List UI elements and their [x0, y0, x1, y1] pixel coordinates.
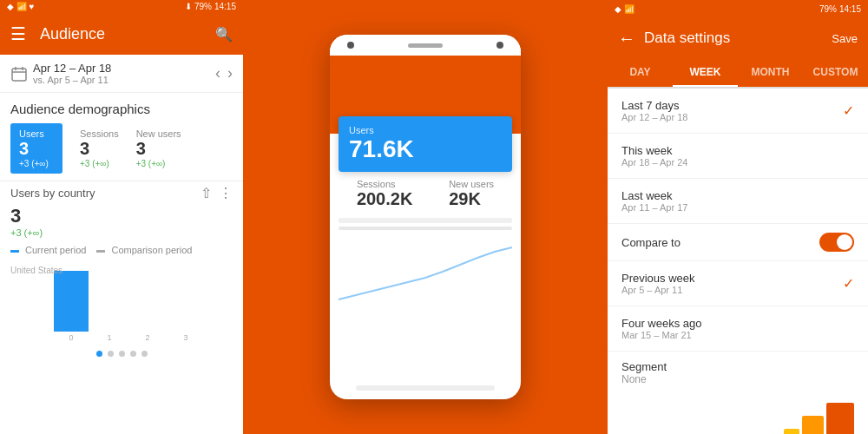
bar-united-states: [54, 271, 89, 332]
settings-item-lastweek[interactable]: Last week Apr 11 – Apr 17: [608, 179, 868, 224]
country-title: Users by country: [10, 187, 95, 200]
thisweek-title: This week: [621, 144, 687, 157]
settings-item-fourweeks[interactable]: Four weeks ago Mar 15 – Mar 21: [608, 306, 868, 352]
prev-date-button[interactable]: ‹: [215, 64, 220, 82]
thisweek-sub: Apr 18 – Apr 24: [621, 157, 687, 168]
date-range-sub: vs. Apr 5 – Apr 11: [33, 75, 111, 85]
phone-divider-2: [339, 227, 512, 230]
settings-item-prevweek[interactable]: Previous week Apr 5 – Apr 11 ✓: [608, 261, 868, 306]
save-button[interactable]: Save: [832, 32, 858, 45]
users-value: 3: [19, 139, 54, 159]
compare-toggle[interactable]: [819, 233, 854, 252]
new-users-value: 3: [136, 139, 181, 159]
x-label-1: 0: [54, 333, 89, 342]
bar-logo: [784, 403, 854, 434]
settings-item-last7-info: Last 7 days Apr 12 – Apr 18: [621, 99, 687, 122]
panel-center: Users 71.6K Sessions 200.2K New users 29…: [243, 0, 608, 434]
prevweek-check: ✓: [843, 275, 854, 292]
phone-divider-1: [339, 218, 512, 223]
phone-metrics-block: Users 71.6K: [339, 116, 512, 172]
hamburger-icon[interactable]: ☰: [10, 23, 26, 44]
dot-2[interactable]: [108, 351, 114, 357]
compare-to-row: Compare to: [608, 224, 868, 261]
prevweek-sub: Apr 5 – Apr 11: [621, 285, 695, 295]
more-icon[interactable]: ⋮: [219, 185, 233, 201]
bluetooth-icon: ⬇: [185, 2, 192, 11]
fourweeks-title: Four weeks ago: [621, 317, 702, 330]
metric-sessions[interactable]: Sessions 3 +3 (+∞): [71, 123, 128, 174]
settings-item-thisweek[interactable]: This week Apr 18 – Apr 24: [608, 134, 868, 179]
phone-camera: [347, 42, 354, 49]
sessions-label: Sessions: [80, 128, 119, 139]
settings-item-last7[interactable]: Last 7 days Apr 12 – Apr 18 ✓: [608, 89, 868, 134]
analytics-logo: [608, 394, 868, 434]
legend-current: Current period: [10, 245, 86, 255]
sessions-value: 3: [80, 139, 119, 159]
tab-month[interactable]: MONTH: [738, 59, 803, 87]
chart-wrapper: United States 0 1 2 3: [0, 259, 243, 345]
dot-5[interactable]: [141, 351, 148, 357]
status-bar-panel1: ◆ 📶 ♥ ⬇ 79% 14:15: [0, 0, 243, 13]
battery-text: 79%: [194, 2, 212, 11]
date-range-main: Apr 12 – Apr 18: [33, 62, 111, 75]
panel-data-settings: ◆ 📶 79% 14:15 ← Data settings Save DAY W…: [608, 0, 868, 434]
current-period-label: Current period: [25, 245, 86, 255]
back-button[interactable]: ←: [618, 29, 635, 49]
phone-sessions-value: 200.2K: [357, 189, 413, 209]
country-header: Users by country ⇧ ⋮: [0, 181, 243, 205]
metrics-row: Users 3 +3 (+∞) Sessions 3 +3 (+∞) New u…: [0, 120, 243, 181]
segment-label: Segment: [621, 360, 854, 373]
section-title: Audience demographics: [0, 93, 243, 120]
settings-item-prevweek-info: Previous week Apr 5 – Apr 11: [621, 272, 695, 295]
sessions-change: +3 (+∞): [80, 159, 119, 168]
dot-1[interactable]: [96, 351, 102, 357]
dot-4[interactable]: [130, 351, 136, 357]
new-users-label: New users: [136, 128, 181, 139]
users-change: +3 (+∞): [19, 159, 54, 168]
metric-users[interactable]: Users 3 +3 (+∞): [10, 123, 62, 174]
date-row: Apr 12 – Apr 18 vs. Apr 5 – Apr 11 ‹ ›: [0, 55, 243, 93]
panel-audience: ◆ 📶 ♥ ⬇ 79% 14:15 ☰ Audience 🔍 Apr 12 – …: [0, 0, 243, 434]
legend-row: Current period Comparison period: [0, 241, 243, 259]
share-icon[interactable]: ⇧: [201, 185, 212, 201]
phone-sessions: Sessions 200.2K: [357, 179, 413, 209]
panel1-header: ☰ Audience 🔍: [0, 13, 243, 55]
phone-new-users: New users 29K: [449, 179, 494, 209]
phone-sessions-label: Sessions: [357, 179, 413, 189]
status-left-p3: ◆ 📶: [615, 4, 635, 14]
lastweek-title: Last week: [621, 189, 687, 202]
phone-users-label: Users: [349, 125, 502, 135]
next-date-button[interactable]: ›: [227, 64, 233, 82]
phone-other-metrics: Sessions 200.2K New users 29K: [330, 172, 521, 216]
date-nav[interactable]: ‹ ›: [215, 64, 233, 82]
country-icons: ⇧ ⋮: [201, 185, 233, 201]
p3-header: ← Data settings Save: [608, 17, 868, 59]
battery-p3: 79%: [819, 4, 837, 14]
prevweek-title: Previous week: [621, 272, 695, 285]
last7-sub: Apr 12 – Apr 18: [621, 112, 687, 122]
country-value: 3: [0, 205, 243, 227]
logo-bar-small: [784, 429, 799, 434]
new-users-change: +3 (+∞): [136, 159, 181, 168]
search-icon-p1[interactable]: 🔍: [215, 26, 233, 43]
phone-users-value: 71.6K: [349, 135, 502, 163]
tab-custom[interactable]: CUSTOM: [803, 59, 868, 87]
segment-value: None: [621, 373, 854, 385]
metric-new-users[interactable]: New users 3 +3 (+∞): [128, 123, 190, 174]
tab-day[interactable]: DAY: [608, 59, 673, 87]
phone-camera-2: [496, 42, 503, 49]
comparison-period-label: Comparison period: [111, 245, 192, 255]
status-bar-panel3: ◆ 📶 79% 14:15: [608, 0, 868, 17]
fourweeks-sub: Mar 15 – Mar 21: [621, 330, 702, 340]
legend-comparison: Comparison period: [96, 245, 192, 255]
x-labels: 0 1 2 3: [10, 333, 233, 342]
country-change: +3 (+∞): [0, 227, 243, 241]
tab-week[interactable]: WEEK: [673, 59, 738, 87]
dot-3[interactable]: [119, 351, 125, 357]
settings-item-thisweek-info: This week Apr 18 – Apr 24: [621, 144, 687, 168]
x-label-3: 2: [130, 333, 165, 342]
phone-chart-area: [330, 232, 521, 385]
phone-line-chart: [337, 239, 514, 308]
current-period-dot: [10, 250, 19, 253]
phone-mockup: Users 71.6K Sessions 200.2K New users 29…: [330, 35, 521, 399]
